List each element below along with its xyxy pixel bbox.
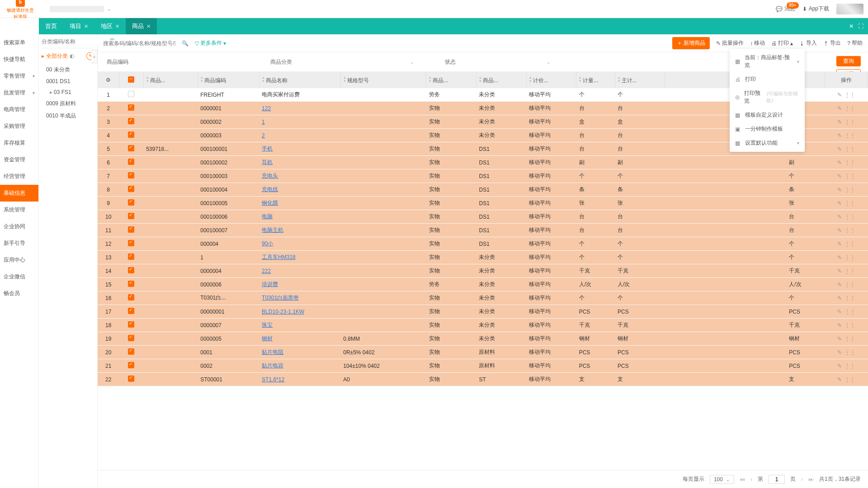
edit-icon[interactable]: ✎ [837, 336, 842, 342]
dropdown-item[interactable]: ▦设置默认功能▾ [730, 136, 805, 150]
edit-icon[interactable]: ✎ [837, 132, 842, 139]
table-row[interactable]: 11000100007电脑主机实物DS1移动平均台台台✎⋮⋮ [98, 224, 868, 237]
edit-icon[interactable]: ✎ [837, 227, 842, 234]
tab-close-all-icon[interactable]: ✕ [849, 23, 854, 29]
tree-node[interactable]: 0001 DS1 [42, 76, 94, 87]
per-page-select[interactable]: 100⌄ [710, 475, 734, 484]
edit-icon[interactable]: ✎ [837, 187, 842, 193]
row-checkbox[interactable] [128, 281, 134, 287]
table-row[interactable]: 16T0301白...T0301白面黑带实物未分类移动平均个个个✎⋮⋮ [98, 291, 868, 305]
dropdown-item[interactable]: ▦模板自定义设计 [730, 108, 805, 122]
row-checkbox[interactable] [128, 104, 134, 111]
product-name-link[interactable]: 珠宝 [262, 322, 273, 328]
row-checkbox[interactable] [128, 213, 134, 219]
product-name-link[interactable]: 培训费 [262, 281, 278, 287]
product-name-link[interactable]: 充电头 [262, 173, 278, 179]
table-row[interactable]: 1700000001BLD10-23-1.1KW实物未分类移动平均PCSPCSP… [98, 305, 868, 319]
table-row[interactable]: 150000006培训费劳务未分类移动平均人/次人/次人/次✎⋮⋮ [98, 278, 868, 291]
edit-icon[interactable]: ✎ [837, 322, 842, 328]
dropdown-item[interactable]: 🖨打印 [730, 72, 805, 86]
row-checkbox[interactable] [128, 253, 134, 260]
tab-项目[interactable]: 项目✕ [63, 18, 94, 34]
close-icon[interactable]: ✕ [115, 23, 119, 29]
filter-category-select[interactable]: ⌄ [297, 57, 414, 67]
pager-last[interactable]: ⏭ [808, 476, 814, 483]
table-row[interactable]: 10000100006电脑实物DS1移动平均台台台✎⋮⋮ [98, 210, 868, 224]
pager-prev[interactable]: ‹ [750, 476, 752, 483]
product-name-link[interactable]: 电脑主机 [262, 227, 283, 233]
product-name-link[interactable]: 2 [262, 132, 265, 139]
row-checkbox[interactable] [128, 240, 134, 246]
tree-node[interactable]: 0009 原材料 [42, 98, 94, 110]
more-filters-button[interactable]: ▽ 更多条件 ▾ [195, 39, 226, 47]
col-barcode[interactable]: ▴▾商品... [143, 72, 198, 88]
product-name-link[interactable]: 手机 [262, 145, 273, 152]
more-icon[interactable]: ⋮⋮ [844, 336, 855, 342]
table-row[interactable]: 190000005钢材0.8MM实物未分类移动平均钢材钢材钢材✎⋮⋮ [98, 332, 868, 346]
row-checkbox[interactable] [128, 294, 134, 300]
help-button[interactable]: ?帮助 [847, 39, 863, 47]
move-button[interactable]: ↕移动 [750, 39, 765, 47]
sidebar-item[interactable]: 基础信息 [0, 185, 38, 202]
product-name-link[interactable]: 充电线 [262, 186, 278, 192]
edit-icon[interactable]: ✎ [837, 309, 842, 315]
more-icon[interactable]: ⋮⋮ [844, 200, 855, 206]
edit-icon[interactable]: ✎ [837, 282, 842, 288]
col-select-all[interactable] [119, 72, 143, 88]
table-row[interactable]: 1200000490小实物DS1移动平均个个个✎⋮⋮ [98, 237, 868, 251]
filter-code-input[interactable] [133, 57, 250, 67]
close-icon[interactable]: ✕ [146, 23, 151, 29]
table-row[interactable]: 8000100004充电线实物DS1移动平均条条条✎⋮⋮ [98, 183, 868, 197]
more-icon[interactable]: ⋮⋮ [844, 173, 855, 179]
table-row[interactable]: 7000100003充电头实物DS1移动平均个个个✎⋮⋮ [98, 169, 868, 183]
tab-首页[interactable]: 首页 [39, 18, 63, 34]
tree-toggle-icon[interactable]: ◐ [70, 53, 74, 59]
query-button[interactable]: 查询 [836, 56, 861, 66]
product-name-link[interactable]: 钢化膜 [262, 200, 278, 206]
more-icon[interactable]: ⋮⋮ [844, 227, 855, 234]
tab-商品[interactable]: 商品✕ [126, 18, 157, 34]
edit-icon[interactable]: ✎ [837, 349, 842, 356]
more-icon[interactable]: ⋮⋮ [844, 309, 855, 315]
more-icon[interactable]: ⋮⋮ [844, 295, 855, 301]
more-icon[interactable]: ⋮⋮ [844, 363, 855, 369]
row-checkbox[interactable] [128, 267, 134, 273]
fullscreen-icon[interactable]: ⛶ [858, 23, 863, 29]
sidebar-item[interactable]: 新手引导 [0, 235, 38, 252]
sidebar-item[interactable]: 经营管理 [0, 168, 38, 185]
product-name-link[interactable]: 贴片电容 [262, 362, 283, 369]
more-icon[interactable]: ⋮⋮ [844, 268, 855, 274]
product-name-link[interactable]: 耳机 [262, 159, 273, 165]
pager-next[interactable]: › [801, 476, 803, 483]
messages-button[interactable]: 💬 消息 99+ [776, 5, 795, 13]
more-icon[interactable]: ⋮⋮ [844, 146, 855, 152]
tree-expand-icon[interactable]: ▸ [42, 53, 44, 59]
tree-node[interactable]: 00 未分类 [42, 64, 94, 76]
sidebar-item[interactable]: 企业微信 [0, 268, 38, 285]
more-icon[interactable]: ⋮⋮ [844, 214, 855, 220]
row-checkbox[interactable] [128, 375, 134, 382]
more-icon[interactable]: ⋮⋮ [844, 282, 855, 288]
product-name-link[interactable]: 122 [262, 105, 271, 112]
row-checkbox[interactable] [128, 199, 134, 206]
product-name-link[interactable]: 1 [262, 119, 265, 125]
import-button[interactable]: ⭳导入 [799, 39, 817, 47]
row-checkbox[interactable] [128, 172, 134, 178]
more-icon[interactable]: ⋮⋮ [844, 160, 855, 166]
more-icon[interactable]: ⋮⋮ [844, 322, 855, 328]
product-name-link[interactable]: BLD10-23-1.1KW [262, 309, 304, 315]
product-name-link[interactable]: ST1.6*12 [262, 376, 284, 383]
more-icon[interactable]: ⋮⋮ [844, 241, 855, 247]
row-checkbox[interactable] [128, 335, 134, 341]
edit-icon[interactable]: ✎ [837, 173, 842, 179]
col-val[interactable]: ▴▾计价... [526, 72, 576, 88]
row-checkbox[interactable] [128, 186, 134, 192]
sidebar-item[interactable]: 库存核算 [0, 135, 38, 151]
product-name-link[interactable]: 贴片电阻 [262, 349, 283, 355]
col-name[interactable]: ▴▾商品名称 [259, 72, 340, 88]
edit-icon[interactable]: ✎ [837, 105, 842, 112]
tree-node[interactable]: 0010 半成品 [42, 110, 94, 122]
more-icon[interactable]: ⋮⋮ [844, 254, 855, 261]
sidebar-item[interactable]: 批发管理▾ [0, 84, 38, 101]
sidebar-item[interactable]: 系统管理 [0, 202, 38, 218]
